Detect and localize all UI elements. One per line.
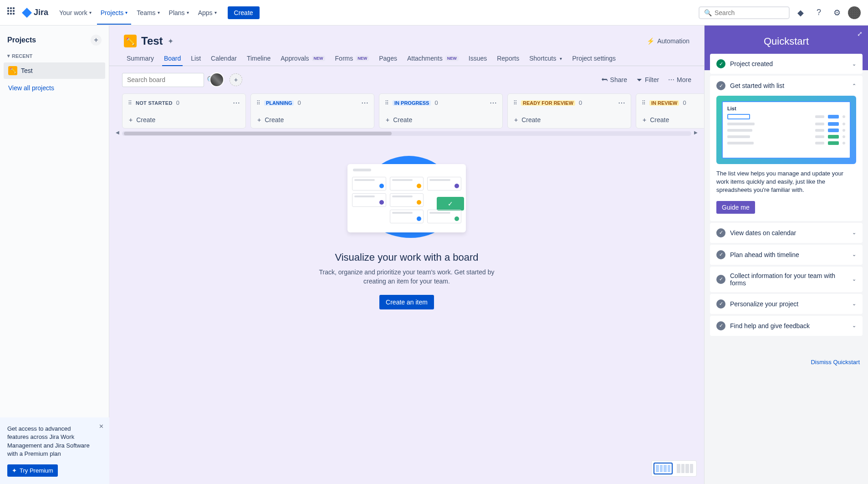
tab-calendar[interactable]: Calendar bbox=[206, 51, 241, 66]
column-in-progress: ⠿ IN PROGRESS 0 ⋯ +Create bbox=[379, 93, 503, 129]
tab-reports[interactable]: Reports bbox=[492, 51, 524, 66]
quickstart-row[interactable]: ✓ Personalize your project ⌄ bbox=[710, 294, 863, 314]
add-people-button[interactable]: + bbox=[230, 73, 242, 86]
settings-icon[interactable]: ⚙ bbox=[830, 5, 844, 20]
dismiss-quickstart-link[interactable]: Dismiss Quickstart bbox=[811, 359, 860, 366]
ai-icon[interactable]: ✦ bbox=[168, 37, 174, 46]
column-create-button[interactable]: +Create bbox=[251, 112, 374, 128]
chevron-icon: ⌄ bbox=[852, 61, 856, 67]
column-create-button[interactable]: +Create bbox=[636, 112, 704, 128]
nav-plans[interactable]: Plans▾ bbox=[165, 6, 193, 19]
profile-avatar[interactable] bbox=[848, 6, 861, 19]
check-icon: ✓ bbox=[716, 228, 725, 237]
tab-forms[interactable]: FormsNEW bbox=[331, 51, 374, 66]
nav-apps[interactable]: Apps▾ bbox=[194, 6, 220, 19]
assignee-avatar[interactable] bbox=[209, 72, 224, 87]
tab-list[interactable]: List bbox=[186, 51, 205, 66]
board-search[interactable]: 🔍 bbox=[122, 73, 204, 87]
more-icon: ⋯ bbox=[668, 76, 674, 83]
scrollbar-thumb[interactable] bbox=[124, 132, 392, 135]
tab-timeline[interactable]: Timeline bbox=[242, 51, 275, 66]
check-icon: ✓ bbox=[716, 81, 725, 90]
try-premium-button[interactable]: ✦ Try Premium bbox=[7, 464, 58, 477]
board-search-input[interactable] bbox=[127, 76, 207, 83]
create-button[interactable]: Create bbox=[228, 6, 260, 19]
quickstart-row[interactable]: ✓ Project created ⌄ bbox=[710, 54, 863, 74]
quickstart-row[interactable]: ✓ Plan ahead with timeline ⌄ bbox=[710, 245, 863, 265]
view-all-projects-link[interactable]: View all projects bbox=[4, 81, 105, 95]
help-icon[interactable]: ? bbox=[812, 5, 826, 20]
create-item-button[interactable]: Create an item bbox=[379, 295, 434, 309]
drag-handle-icon[interactable]: ⠿ bbox=[642, 100, 646, 106]
chevron-icon: ⌄ bbox=[852, 276, 856, 282]
jira-logo[interactable]: Jira bbox=[22, 8, 48, 18]
tab-approvals[interactable]: ApprovalsNEW bbox=[276, 51, 329, 66]
nav-items: Your work▾ Projects▾ Teams▾ Plans▾ Apps▾… bbox=[56, 1, 260, 25]
automation-button[interactable]: ⚡ Automation bbox=[647, 37, 689, 45]
column-create-button[interactable]: +Create bbox=[123, 112, 245, 128]
jira-logo-text: Jira bbox=[34, 8, 48, 17]
check-icon: ✓ bbox=[716, 299, 725, 309]
top-navigation: Jira Your work▾ Projects▾ Teams▾ Plans▾ … bbox=[0, 0, 868, 26]
board-content: ✏️ Test ✦ ⚡ Automation SummaryBoardListC… bbox=[109, 26, 704, 484]
search-input[interactable] bbox=[715, 9, 784, 16]
nav-projects[interactable]: Projects▾ bbox=[97, 1, 132, 25]
column-create-button[interactable]: +Create bbox=[508, 112, 631, 128]
column-ready-for-review: ⠿ READY FOR REVIEW 0 ⋯ +Create bbox=[507, 93, 631, 129]
chevron-icon: ⌄ bbox=[852, 252, 856, 257]
close-icon[interactable]: ✕ bbox=[99, 423, 104, 430]
tab-issues[interactable]: Issues bbox=[464, 51, 491, 66]
minimize-icon[interactable]: ⤢ bbox=[857, 30, 863, 37]
sidebar-section-recent[interactable]: ▾RECENT bbox=[4, 51, 105, 61]
drag-handle-icon[interactable]: ⠿ bbox=[256, 100, 260, 106]
quickstart-row[interactable]: ✓ Get started with list ⌃ bbox=[710, 76, 863, 96]
quickstart-row[interactable]: ✓ Find help and give feedback ⌄ bbox=[710, 316, 863, 336]
scroll-left-icon[interactable]: ◀ bbox=[116, 130, 119, 135]
tab-shortcuts[interactable]: Shortcuts▾ bbox=[525, 51, 567, 66]
premium-upsell: ✕ Get access to advanced features across… bbox=[0, 417, 109, 484]
filter-button[interactable]: ⏷Filter bbox=[636, 76, 659, 83]
nav-your-work[interactable]: Your work▾ bbox=[56, 6, 95, 19]
view-columns-option[interactable] bbox=[654, 463, 673, 474]
more-button[interactable]: ⋯More bbox=[668, 76, 691, 83]
notifications-icon[interactable]: ◆ bbox=[793, 5, 808, 20]
view-toggle bbox=[651, 460, 697, 477]
project-icon: ✏️ bbox=[8, 66, 17, 75]
empty-state: ✓ Visualize your work with a board Track… bbox=[109, 136, 704, 309]
guide-me-button[interactable]: Guide me bbox=[716, 201, 755, 214]
projects-sidebar: Projects + ▾RECENT ✏️ Test View all proj… bbox=[0, 26, 109, 484]
tab-board[interactable]: Board bbox=[159, 51, 185, 66]
column-menu-icon[interactable]: ⋯ bbox=[618, 98, 625, 107]
board-columns: ⠿ NOT STARTED 0 ⋯ +Create ⠿ PLANNING 0 ⋯… bbox=[109, 93, 704, 129]
project-title: Test bbox=[141, 35, 163, 47]
drag-handle-icon[interactable]: ⠿ bbox=[128, 100, 132, 106]
list-illustration: List bbox=[716, 96, 856, 164]
column-create-button[interactable]: +Create bbox=[379, 112, 502, 128]
empty-title: Visualize your work with a board bbox=[335, 252, 478, 263]
sidebar-title: Projects bbox=[7, 36, 36, 44]
tab-attachments[interactable]: AttachmentsNEW bbox=[403, 51, 463, 66]
app-switcher-icon[interactable] bbox=[7, 7, 18, 18]
column-menu-icon[interactable]: ⋯ bbox=[233, 98, 240, 107]
drag-handle-icon[interactable]: ⠿ bbox=[385, 100, 389, 106]
tab-pages[interactable]: Pages bbox=[374, 51, 402, 66]
nav-teams[interactable]: Teams▾ bbox=[133, 6, 163, 19]
chevron-icon: ⌄ bbox=[852, 323, 856, 329]
global-search[interactable]: 🔍 bbox=[699, 6, 790, 19]
column-menu-icon[interactable]: ⋯ bbox=[490, 98, 497, 107]
tab-project-settings[interactable]: Project settings bbox=[567, 51, 620, 66]
share-icon: ⮪ bbox=[602, 76, 608, 83]
quickstart-item-3: ✓ Plan ahead with timeline ⌄ bbox=[710, 245, 863, 265]
horizontal-scrollbar[interactable]: ◀ ▶ bbox=[122, 131, 691, 136]
quickstart-row[interactable]: ✓ Collect information for your team with… bbox=[710, 267, 863, 292]
tab-summary[interactable]: Summary bbox=[122, 51, 158, 66]
drag-handle-icon[interactable]: ⠿ bbox=[513, 100, 517, 106]
sidebar-project-test[interactable]: ✏️ Test bbox=[4, 62, 105, 79]
add-project-button[interactable]: + bbox=[91, 35, 102, 46]
share-button[interactable]: ⮪Share bbox=[602, 76, 627, 83]
upsell-text: Get access to advanced features across J… bbox=[7, 425, 102, 458]
quickstart-row[interactable]: ✓ View dates on calendar ⌄ bbox=[710, 223, 863, 243]
column-menu-icon[interactable]: ⋯ bbox=[361, 98, 368, 107]
view-compact-option[interactable] bbox=[675, 463, 694, 474]
scroll-right-icon[interactable]: ▶ bbox=[694, 130, 698, 135]
